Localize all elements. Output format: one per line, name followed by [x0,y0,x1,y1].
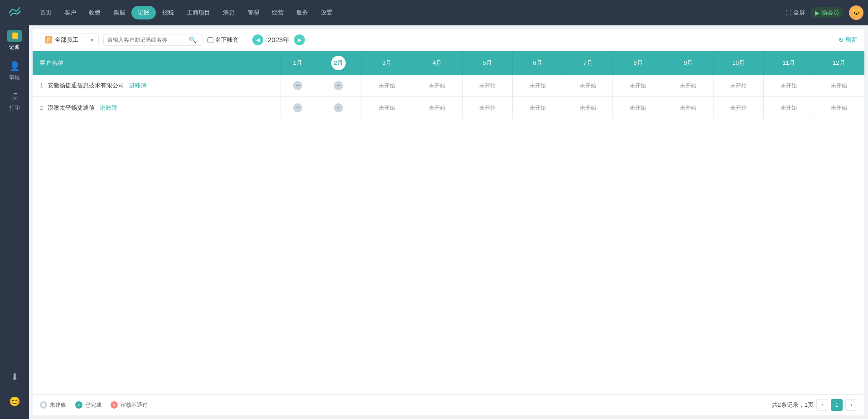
refresh-label: 刷新 [845,36,857,44]
month-cell-8: 未开始 [613,97,663,119]
customer-name: 漠澳太平畅捷通信 [48,104,95,111]
col-header-dec: 12月 [814,51,864,75]
fullscreen-label: 全屏 [793,9,805,17]
avatar[interactable]: 🐱 [849,5,863,20]
legend-completed: ✓ 已完成 [75,401,101,409]
main-container: 首页 客户 收费 票据 记账 报税 工商项目 消息 管理 经营 服务 设置 ⛶ … [29,0,868,419]
month-cell-12: 未开始 [814,75,864,97]
sidebar-item-audit[interactable]: 👤 审核 [0,56,29,86]
year-prev-button[interactable]: ◀ [252,34,263,45]
sidebar-item-audit-label: 审核 [9,74,20,82]
employee-select[interactable]: 员 全部员工 ▾ [40,34,99,46]
nav-billing[interactable]: 收费 [82,6,107,19]
sidebar-bottom: ⬇ 😊 [7,366,22,419]
search-button[interactable]: 🔍 [189,36,197,43]
footer: 未建账 ✓ 已完成 ✕ 审核不通过 共2条记录，1页 ‹ 1 › [33,394,864,415]
status-not-started: 未开始 [479,105,496,111]
status-not-started: 未开始 [479,82,496,89]
status-not-started: 未开始 [580,105,596,111]
sidebar-item-print[interactable]: 🖨 打印 [0,86,29,116]
month-cell-5: 未开始 [462,75,512,97]
vip-button[interactable]: ▶ 畅会员 [810,7,844,18]
sidebar-item-print-label: 打印 [9,104,20,112]
nav-operations[interactable]: 经营 [265,6,290,19]
under-name-checkbox[interactable] [207,37,213,43]
nav-customer[interactable]: 客户 [58,6,82,19]
print-icon: 🖨 [7,91,22,102]
nav-accounting[interactable]: 记账 [131,6,156,19]
nav-home[interactable]: 首页 [34,6,58,19]
row-index: 1 [40,82,43,89]
month-cell-11: 未开始 [764,97,814,119]
active-month-circle: 2月 [331,56,346,70]
search-wrap: 🔍 [103,34,203,46]
month-cell-8: 未开始 [613,75,663,97]
month-cell-2: − [315,97,362,119]
audit-icon: 👤 [7,60,22,72]
nav-business[interactable]: 工商项目 [180,6,217,19]
customer-name: 安徽畅捷通信息技术有限公司 [48,82,124,89]
status-not-started: 未开始 [831,82,847,89]
nav-settings[interactable]: 设置 [314,6,339,19]
nav-invoice[interactable]: 票据 [107,6,131,19]
row-index: 2 [40,104,43,111]
toolbar: 员 全部员工 ▾ 🔍 名下账套 ◀ 2023年 ▶ ↻ 刷新 [33,29,864,51]
sidebar-item-support[interactable]: 😊 [7,391,22,412]
col-header-jun: 6月 [512,51,563,75]
col-header-feb: 2月 [315,51,362,75]
sidebar: 📒 记账 👤 审核 🖨 打印 ⬇ 😊 [0,0,29,419]
month-cell-4: 未开始 [412,97,462,119]
month-cell-5: 未开始 [462,97,512,119]
accounting-icon: 📒 [7,30,22,42]
month-cell-9: 未开始 [663,75,714,97]
status-minus-icon: − [293,81,302,90]
download-icon: ⬇ [7,371,22,383]
legend-dot-grey [40,401,47,409]
enter-ledger-link[interactable]: 进账簿 [129,82,147,89]
table-wrap: 客户名称 1月 2月 3月 4月 5月 6月 7月 8月 9月 10月 11月 [33,51,864,394]
nav-right: ⛶ 全屏 ▶ 畅会员 🐱 [786,5,863,20]
status-not-started: 未开始 [630,82,646,89]
col-header-aug: 8月 [613,51,663,75]
enter-ledger-link[interactable]: 进账簿 [100,104,117,111]
month-cell-7: 未开始 [563,75,613,97]
nav-management[interactable]: 管理 [241,6,265,19]
table-header-row: 客户名称 1月 2月 3月 4月 5月 6月 7月 8月 9月 10月 11月 [33,51,864,75]
nav-tax[interactable]: 报税 [156,6,180,19]
legend-completed-label: 已完成 [85,401,101,409]
col-header-name: 客户名称 [33,51,280,75]
col-header-jan: 1月 [280,51,315,75]
status-not-started: 未开始 [530,82,546,89]
legend-rejected: ✕ 审核不通过 [111,401,148,409]
prev-page-button[interactable]: ‹ [816,399,828,411]
sidebar-item-download[interactable]: ⬇ [7,366,22,387]
month-cell-12: 未开始 [814,97,864,119]
refresh-icon: ↻ [839,37,844,43]
fullscreen-button[interactable]: ⛶ 全屏 [786,9,805,17]
col-header-nov: 11月 [764,51,814,75]
table-row: 1 安徽畅捷通信息技术有限公司 进账簿−−未开始未开始未开始未开始未开始未开始未… [33,75,864,97]
search-input[interactable] [107,37,189,43]
month-cell-3: 未开始 [362,97,412,119]
col-header-sep: 9月 [663,51,714,75]
legend-rejected-label: 审核不通过 [121,401,148,409]
page-1-button[interactable]: 1 [831,399,843,411]
nav-services[interactable]: 服务 [290,6,314,19]
col-header-oct: 10月 [714,51,764,75]
nav-messages[interactable]: 消息 [217,6,241,19]
total-text: 共2条记录，1页 [772,401,814,409]
month-cell-6: 未开始 [512,97,563,119]
sidebar-item-accounting[interactable]: 📒 记账 [0,25,29,56]
main-table: 客户名称 1月 2月 3月 4月 5月 6月 7月 8月 9月 10月 11月 [33,51,864,119]
month-cell-10: 未开始 [714,75,764,97]
month-cell-10: 未开始 [714,97,764,119]
status-not-started: 未开始 [630,105,646,111]
employee-label: 全部员工 [55,36,78,44]
month-cell-7: 未开始 [563,97,613,119]
next-page-button[interactable]: › [845,399,857,411]
year-next-button[interactable]: ▶ [294,34,305,45]
legend-dot-teal: ✓ [75,401,82,409]
under-name-checkbox-label[interactable]: 名下账套 [207,36,239,44]
refresh-button[interactable]: ↻ 刷新 [839,36,857,44]
month-cell-4: 未开始 [412,75,462,97]
